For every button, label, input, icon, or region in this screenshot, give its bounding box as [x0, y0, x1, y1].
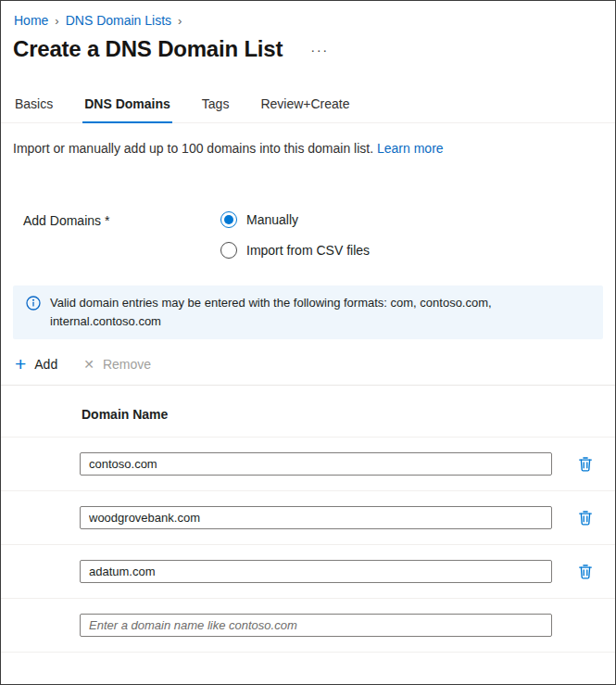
domain-input-2[interactable]: [80, 506, 552, 529]
radio-import-csv-label: Import from CSV files: [246, 243, 370, 258]
add-domains-label: Add Domains *: [23, 211, 220, 259]
domain-grid: Domain Name: [1, 386, 615, 653]
tab-basics[interactable]: Basics: [13, 96, 55, 123]
domain-input-3[interactable]: [80, 560, 552, 583]
toolbar: + Add ✕ Remove: [1, 356, 615, 386]
tab-review-create[interactable]: Review+Create: [258, 96, 351, 123]
tab-tags[interactable]: Tags: [200, 96, 232, 123]
radio-unselected-icon: [220, 242, 237, 259]
breadcrumb: Home › DNS Domain Lists ›: [1, 1, 615, 28]
learn-more-link[interactable]: Learn more: [377, 141, 444, 156]
domain-input-1[interactable]: [80, 452, 552, 476]
intro-text: Import or manually add up to 100 domains…: [13, 141, 373, 156]
table-row: [1, 491, 615, 545]
remove-button-label: Remove: [103, 357, 151, 372]
more-options-icon[interactable]: ···: [307, 39, 333, 60]
radio-selected-icon: [220, 211, 237, 228]
column-header-domain-name: Domain Name: [1, 386, 615, 438]
page-title: Create a DNS Domain List: [13, 36, 283, 62]
info-banner-text: Valid domain entries may be entered with…: [50, 294, 555, 330]
delete-row-button[interactable]: [577, 509, 594, 526]
add-domains-radio-group: Manually Import from CSV files: [220, 211, 370, 259]
trash-icon: [577, 563, 594, 580]
breadcrumb-dns-domain-lists[interactable]: DNS Domain Lists: [66, 13, 171, 28]
delete-row-button[interactable]: [577, 455, 594, 473]
add-button[interactable]: + Add: [15, 356, 57, 373]
title-row: Create a DNS Domain List ···: [1, 36, 615, 62]
add-domains-row: Add Domains * Manually Import from CSV f…: [1, 211, 615, 259]
add-button-label: Add: [34, 357, 57, 372]
info-banner: Valid domain entries may be entered with…: [13, 285, 603, 339]
table-row: [1, 545, 615, 599]
remove-x-icon: ✕: [83, 356, 94, 373]
tab-bar: Basics DNS Domains Tags Review+Create: [1, 96, 615, 123]
table-row: [1, 438, 615, 491]
table-row-new: [1, 599, 615, 653]
radio-manually-label: Manually: [246, 212, 298, 227]
plus-icon: +: [15, 356, 26, 373]
create-dns-domain-list-page: Home › DNS Domain Lists › Create a DNS D…: [0, 0, 616, 685]
trash-icon: [577, 509, 594, 526]
trash-icon: [577, 455, 594, 473]
intro-line: Import or manually add up to 100 domains…: [1, 123, 615, 156]
tab-dns-domains[interactable]: DNS Domains: [82, 96, 172, 123]
breadcrumb-chevron-icon: ›: [178, 14, 182, 28]
radio-import-csv[interactable]: Import from CSV files: [220, 242, 370, 259]
breadcrumb-home[interactable]: Home: [14, 13, 48, 28]
new-domain-input[interactable]: [80, 614, 552, 637]
info-icon: [26, 296, 41, 311]
delete-row-button[interactable]: [577, 563, 594, 580]
breadcrumb-chevron-icon: ›: [55, 14, 58, 28]
radio-manually[interactable]: Manually: [220, 211, 370, 228]
remove-button[interactable]: ✕ Remove: [83, 356, 151, 373]
